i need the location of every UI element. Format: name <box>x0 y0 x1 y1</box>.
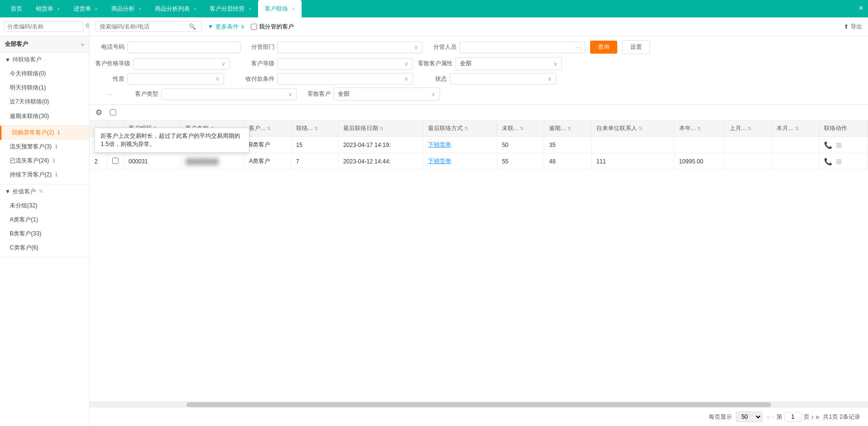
dept-select-arrow: ∨ <box>414 44 418 51</box>
price-grade-select[interactable]: ∨ <box>133 58 230 70</box>
close-sales-tab[interactable]: × <box>57 6 60 12</box>
query-button[interactable]: 查询 <box>590 41 617 54</box>
grade-select[interactable]: ∨ <box>277 58 413 70</box>
sidebar-item-c-class[interactable]: C类客户(6) <box>0 241 89 255</box>
close-analysis-tab[interactable]: × <box>138 6 141 12</box>
prev-page-btn[interactable]: ‹ <box>772 413 775 421</box>
triangle-icon: ▼ <box>5 57 11 63</box>
value-customer-header[interactable]: ▼ 价值客户 ✎ <box>0 185 89 199</box>
sidebar-item-churn-warning[interactable]: 流失预警客户(3) ℹ <box>0 140 89 154</box>
current-page-input[interactable] <box>784 412 802 422</box>
dept-select[interactable]: ∨ <box>277 42 423 53</box>
customer-type-select[interactable]: ∨ <box>161 88 297 100</box>
table-wrap[interactable]: 客户编码 ⇅ 客户名称 ⇅ 客户... ⇅ 联络... ⇅ 最后联络日期 ⇅ 最… <box>90 120 868 401</box>
wait-contact-header[interactable]: ▼ 待联络客户 <box>0 53 89 67</box>
field-dept: 分管部门 ∨ <box>245 42 423 53</box>
row2-last-month <box>724 153 771 170</box>
retail-attr-select[interactable]: 全部 ∨ <box>456 57 562 70</box>
row2-check[interactable] <box>107 153 123 170</box>
th-pending: 未联... ⇅ <box>497 120 544 137</box>
tab-purchase[interactable]: 进货单 × <box>67 0 105 17</box>
page-word: 第 <box>777 413 782 421</box>
sidebar-item-a-class[interactable]: A类客户(1) <box>0 213 89 227</box>
customer-type-label: 客户类型 <box>129 90 158 98</box>
sidebar-item-repurchase-anomaly[interactable]: 回购异常客户(2) ℹ <box>0 126 89 140</box>
status-label: 状态 <box>418 75 447 83</box>
row1-this-year <box>674 137 724 153</box>
horizontal-scrollbar[interactable] <box>90 401 868 407</box>
tab-analysis[interactable]: 商品分析 × <box>105 0 148 17</box>
select-all-checkbox[interactable] <box>110 109 116 116</box>
close-analysis-list-tab[interactable]: × <box>194 6 197 12</box>
filter-form: 电话号码 分管部门 ∨ 分管人员 ··· 查 <box>90 36 868 105</box>
sidebar-item-tomorrow[interactable]: 明天待联络(1) <box>0 81 89 95</box>
row1-phone-icon[interactable]: 📞 <box>824 141 832 149</box>
sidebar-item-declining[interactable]: 持续下滑客户(2) ℹ <box>0 168 89 182</box>
per-page-select[interactable]: 50 20 100 <box>736 411 762 422</box>
my-customers-checkbox[interactable]: 我分管的客户 <box>251 23 294 31</box>
payment-label: 收付款条件 <box>245 75 274 83</box>
triangle-icon2: ▼ <box>5 188 11 195</box>
my-customers-check[interactable] <box>251 24 257 30</box>
close-customer-tier-tab[interactable]: × <box>248 6 251 12</box>
all-customers-header[interactable]: 全部客户 « <box>0 36 89 53</box>
search-wrap: 🔍 <box>95 21 202 32</box>
sidebar-item-churned[interactable]: 已流失客户(24) ℹ <box>0 154 89 168</box>
sidebar-search-input[interactable] <box>4 21 83 32</box>
sidebar-item-today[interactable]: 今天待联络(0) <box>0 67 89 81</box>
sidebar-item-ungrouped[interactable]: 未分组(32) <box>0 199 89 213</box>
more-conditions-btn[interactable]: ▼ 更多条件 ∧ <box>208 23 245 31</box>
row2-pending: 55 <box>497 153 544 170</box>
field-customer-type: 客户类型 ∨ <box>129 88 297 100</box>
row1-action-icons: 📞 ⊞ <box>824 141 863 149</box>
payment-select[interactable]: ∨ <box>277 73 413 85</box>
last-page-btn[interactable]: » <box>816 413 820 421</box>
row1-pending: 50 <box>497 137 544 153</box>
grade-label: 客户等级 <box>245 59 274 68</box>
nature-select[interactable]: ∨ <box>127 73 224 85</box>
row1-last-way[interactable]: 下销货单 <box>423 137 497 153</box>
edit-icon[interactable]: ✎ <box>39 188 44 195</box>
tab-customer-tier[interactable]: 客户分层经营 × <box>203 0 258 17</box>
th-overdue: 逾期... ⇅ <box>544 120 591 137</box>
close-all-btn[interactable]: × <box>859 4 863 13</box>
table-settings-icon[interactable]: ⚙ <box>95 108 102 117</box>
manager-select[interactable]: ··· <box>459 42 585 53</box>
scroll-thumb[interactable] <box>186 402 771 407</box>
value-customer-label: 价值客户 <box>13 188 36 196</box>
row1-grid-icon[interactable]: ⊞ <box>836 141 842 149</box>
close-purchase-tab[interactable]: × <box>95 6 98 12</box>
retail-customer-select[interactable]: 全部 ∨ <box>334 88 440 101</box>
sidebar-item-overdue[interactable]: 逾期未联络(30) <box>0 109 89 123</box>
export-btn[interactable]: ⬆ 导出 <box>844 23 862 31</box>
more-dots[interactable]: ··· <box>107 91 112 98</box>
sidebar-item-7days[interactable]: 近7天待联络(0) <box>0 95 89 109</box>
row2-grid-icon[interactable]: ⊞ <box>836 158 842 165</box>
main-search-input[interactable] <box>100 23 187 30</box>
row2-last-way[interactable]: 下销货单 <box>423 153 497 170</box>
next-page-btn[interactable]: › <box>811 413 814 421</box>
info-icon4: ℹ <box>55 171 58 178</box>
sidebar-item-b-class[interactable]: B类客户(33) <box>0 227 89 241</box>
row2-phone-icon[interactable]: 📞 <box>824 158 832 165</box>
field-phone: 电话号码 <box>95 42 241 53</box>
tab-customer-contact[interactable]: 客户联络 × <box>258 0 302 17</box>
tab-sales[interactable]: 销货单 × <box>29 0 67 17</box>
phone-input[interactable] <box>127 42 241 53</box>
value-customer-group: ▼ 价值客户 ✎ 未分组(32) A类客户(1) B类客户(33) C类客户(6… <box>0 185 89 258</box>
tab-home[interactable]: 首页 <box>4 0 29 17</box>
first-page-btn[interactable]: « <box>766 413 770 421</box>
row2-name: ████████ <box>181 153 244 170</box>
sidebar-search-icon[interactable]: 🔍 <box>85 23 90 30</box>
tab-analysis-list[interactable]: 商品分析列表 × <box>148 0 203 17</box>
phone-label: 电话号码 <box>95 43 124 51</box>
close-customer-contact-tab[interactable]: × <box>292 6 295 12</box>
nature-label: 性质 <box>95 75 124 83</box>
status-select[interactable]: ∨ <box>450 73 556 85</box>
collapse-icon[interactable]: « <box>81 41 84 48</box>
main-search-icon[interactable]: 🔍 <box>189 23 196 30</box>
per-page-label: 每页显示 <box>709 413 732 421</box>
row1-contact: 15 <box>291 137 338 153</box>
th-grade: 客户... ⇅ <box>244 120 291 137</box>
settings-button[interactable]: 设置 <box>622 40 650 54</box>
